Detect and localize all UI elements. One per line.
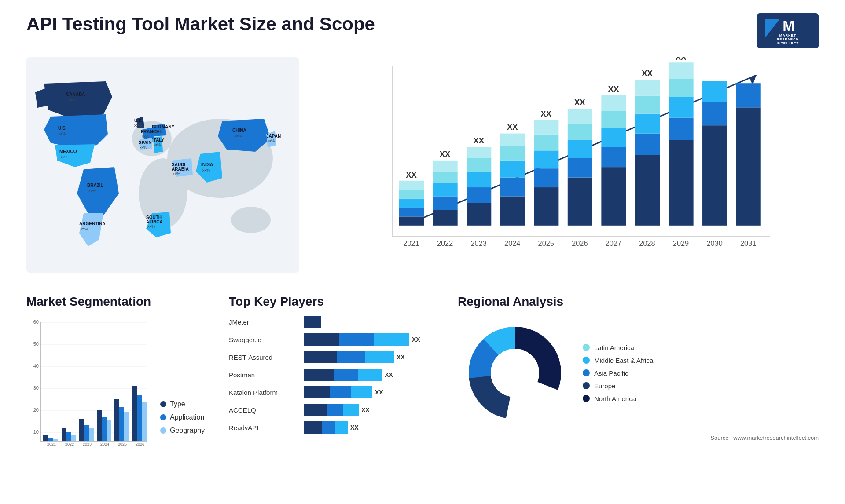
segmentation-chart: 60 50 40 30 20 10 bbox=[26, 316, 150, 448]
svg-rect-132 bbox=[48, 438, 53, 441]
application-label: Application bbox=[170, 413, 204, 421]
svg-text:2022: 2022 bbox=[65, 442, 74, 446]
bar-seg1 bbox=[304, 333, 339, 346]
player-bar bbox=[304, 404, 359, 416]
bar-seg3 bbox=[351, 386, 372, 398]
type-label: Type bbox=[170, 400, 185, 408]
latin-america-dot bbox=[583, 344, 590, 351]
svg-rect-135 bbox=[62, 428, 66, 441]
svg-rect-149 bbox=[124, 412, 129, 441]
donut-chart bbox=[458, 316, 572, 430]
svg-rect-73 bbox=[534, 135, 558, 151]
svg-text:xx%: xx% bbox=[134, 123, 142, 128]
player-name: Swagger.io bbox=[229, 336, 299, 343]
north-america-dot bbox=[583, 395, 590, 402]
svg-rect-145 bbox=[107, 420, 111, 441]
svg-rect-48 bbox=[399, 199, 424, 208]
top-section: CANADA xx% U.S. xx% MEXICO xx% BRAZIL xx… bbox=[26, 57, 819, 277]
player-name: ReadyAPI bbox=[229, 424, 299, 431]
svg-text:XX: XX bbox=[574, 98, 585, 107]
svg-rect-85 bbox=[601, 111, 626, 128]
svg-rect-66 bbox=[500, 161, 525, 178]
legend-europe: Europe bbox=[583, 382, 653, 390]
svg-text:ITALY: ITALY bbox=[152, 138, 165, 142]
svg-rect-55 bbox=[433, 172, 458, 183]
svg-rect-147 bbox=[114, 399, 119, 441]
svg-rect-71 bbox=[534, 168, 558, 187]
svg-rect-143 bbox=[97, 410, 102, 441]
svg-text:xx%: xx% bbox=[142, 134, 149, 139]
bar-seg1 bbox=[304, 369, 334, 381]
middle-east-africa-dot bbox=[583, 357, 590, 364]
svg-text:2027: 2027 bbox=[606, 239, 621, 247]
svg-text:XX: XX bbox=[440, 150, 451, 159]
seg-chart-area: 60 50 40 30 20 10 bbox=[26, 316, 211, 448]
player-xx: XX bbox=[397, 354, 405, 361]
svg-rect-60 bbox=[467, 172, 491, 187]
svg-point-160 bbox=[491, 349, 539, 397]
legend-asia-pacific: Asia Pacific bbox=[583, 369, 653, 377]
svg-rect-50 bbox=[399, 181, 424, 190]
svg-text:xx%: xx% bbox=[153, 142, 161, 147]
svg-text:xx%: xx% bbox=[234, 134, 242, 138]
svg-rect-76 bbox=[568, 178, 592, 226]
world-map-svg: CANADA xx% U.S. xx% MEXICO xx% BRAZIL xx… bbox=[26, 57, 299, 273]
player-bar-wrap: XX bbox=[304, 421, 440, 434]
svg-text:CANADA: CANADA bbox=[66, 92, 85, 97]
svg-text:2025: 2025 bbox=[538, 239, 554, 247]
player-row: ReadyAPI XX bbox=[229, 421, 440, 434]
player-xx: XX bbox=[375, 389, 383, 396]
svg-rect-151 bbox=[132, 386, 137, 441]
svg-rect-46 bbox=[399, 216, 424, 225]
svg-rect-104 bbox=[736, 83, 761, 107]
svg-text:2029: 2029 bbox=[673, 239, 689, 247]
svg-rect-47 bbox=[399, 208, 424, 216]
svg-text:MEXICO: MEXICO bbox=[59, 149, 77, 154]
regional-legend: Latin America Middle East & Africa Asia … bbox=[583, 344, 653, 402]
player-row: REST-Assured XX bbox=[229, 351, 440, 363]
asia-pacific-dot bbox=[583, 369, 590, 376]
player-row: ACCELQ XX bbox=[229, 404, 440, 416]
svg-text:XX: XX bbox=[676, 57, 687, 62]
player-name: REST-Assured bbox=[229, 354, 299, 361]
svg-text:xx%: xx% bbox=[202, 168, 210, 172]
players-list: JMeter Swagger.io bbox=[229, 316, 440, 434]
svg-rect-58 bbox=[467, 203, 491, 226]
latin-america-label: Latin America bbox=[594, 344, 634, 351]
svg-rect-86 bbox=[601, 95, 626, 111]
key-players-section: Top Key Players JMeter Swagger.io bbox=[229, 295, 440, 479]
source-text: Source : www.marketresearchintellect.com bbox=[458, 435, 819, 441]
player-row: Swagger.io XX bbox=[229, 333, 440, 346]
svg-rect-91 bbox=[635, 96, 660, 114]
svg-rect-141 bbox=[89, 428, 94, 441]
svg-text:ARGENTINA: ARGENTINA bbox=[79, 221, 105, 226]
player-row: Katalon Platform XX bbox=[229, 386, 440, 398]
svg-rect-102 bbox=[702, 81, 727, 102]
svg-text:xx%: xx% bbox=[173, 172, 180, 176]
bar-seg1 bbox=[304, 386, 330, 398]
svg-text:M: M bbox=[783, 18, 794, 34]
svg-rect-139 bbox=[79, 419, 84, 441]
player-xx: XX bbox=[385, 371, 393, 378]
svg-rect-144 bbox=[102, 417, 107, 441]
svg-text:2023: 2023 bbox=[83, 442, 92, 446]
svg-text:XX: XX bbox=[608, 84, 619, 94]
geography-label: Geography bbox=[170, 427, 205, 435]
svg-rect-59 bbox=[467, 187, 491, 203]
svg-text:60: 60 bbox=[33, 319, 39, 325]
svg-rect-79 bbox=[568, 124, 592, 140]
svg-rect-74 bbox=[534, 120, 558, 135]
svg-rect-61 bbox=[467, 158, 491, 172]
bar-seg2 bbox=[322, 421, 335, 434]
svg-text:xx%: xx% bbox=[61, 155, 68, 159]
svg-rect-131 bbox=[43, 435, 48, 441]
legend-latin-america: Latin America bbox=[583, 344, 653, 351]
north-america-label: North America bbox=[594, 395, 636, 402]
player-bar bbox=[304, 369, 382, 381]
svg-rect-89 bbox=[635, 134, 660, 155]
svg-text:30: 30 bbox=[33, 385, 39, 391]
svg-text:JAPAN: JAPAN bbox=[266, 134, 281, 139]
logo-box: M MARKET RESEARCH INTELLECT bbox=[757, 13, 819, 48]
svg-rect-95 bbox=[669, 118, 693, 140]
svg-text:2031: 2031 bbox=[740, 239, 756, 247]
